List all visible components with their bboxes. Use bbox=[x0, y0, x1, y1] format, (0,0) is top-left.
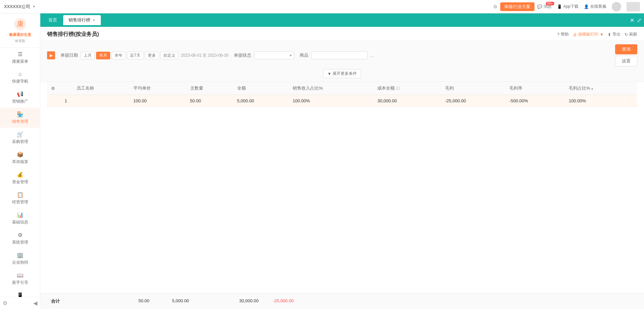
tab-bar: 首页 销售排行榜 ✕ ✕ ⤢ bbox=[40, 13, 644, 27]
export-icon: ⬇ bbox=[608, 32, 611, 37]
company-selector[interactable]: XXXXXX公司 ▼ bbox=[4, 4, 490, 10]
help-button[interactable]: ? 帮助 bbox=[557, 32, 569, 37]
date-btn-more[interactable]: 更多 bbox=[145, 52, 159, 59]
page-title: 销售排行榜(按业务员) bbox=[47, 31, 99, 38]
sidebar-item-basic[interactable]: 📊 基础信息 bbox=[0, 208, 40, 228]
th-cost: 成本全额 ⓘ bbox=[373, 82, 441, 95]
tab-close-window-icon[interactable]: ✕ bbox=[630, 17, 634, 23]
th-quantity: 主数量 bbox=[186, 82, 233, 95]
th-rank bbox=[59, 82, 73, 95]
date-btn-7days[interactable]: 近7天 bbox=[127, 52, 143, 59]
row-amount: 5,000.00 bbox=[233, 95, 289, 107]
tab-sales-rank-label: 销售排行榜 bbox=[69, 17, 90, 23]
goods-dots-icon[interactable]: ... bbox=[370, 53, 374, 58]
logo-sub: 标准版 bbox=[15, 39, 25, 43]
sidebar-label-finance: 资金管理 bbox=[12, 179, 28, 185]
tab-expand-icon[interactable]: ⤢ bbox=[637, 17, 641, 23]
sidebar-item-guide[interactable]: 📖 新手引导 bbox=[0, 269, 40, 289]
user-info bbox=[627, 2, 640, 11]
tab-close-icon[interactable]: ✕ bbox=[92, 18, 95, 22]
sidebar-label-basic: 基础信息 bbox=[12, 219, 28, 225]
sidebar-item-finance[interactable]: 💰 资金管理 bbox=[0, 168, 40, 188]
sidebar-item-search[interactable]: ☰ 搜索菜单 bbox=[0, 48, 40, 68]
company-name-text: XXXXXX公司 bbox=[4, 4, 30, 10]
sidebar-item-operations[interactable]: 📋 经营管理 bbox=[0, 188, 40, 208]
settings-bottom-icon[interactable]: ⚙ bbox=[3, 300, 7, 306]
trial-button[interactable]: 体验行业方案 bbox=[500, 2, 534, 11]
sidebar-item-inventory[interactable]: 📦 库存核算 bbox=[0, 148, 40, 168]
app-download-label: App下载 bbox=[563, 4, 578, 9]
sidebar-item-quicknav[interactable]: ⌂ 快捷导航 bbox=[0, 68, 40, 88]
row-profit-pct: 100.00% bbox=[565, 95, 637, 107]
date-btn-this-year[interactable]: 本年 bbox=[112, 52, 126, 59]
refresh-button[interactable]: ↻ 刷新 bbox=[625, 32, 637, 37]
print-button[interactable]: 🖨 按模板打印 ▼ bbox=[573, 32, 604, 37]
sidebar-label-inventory: 库存核算 bbox=[12, 159, 28, 165]
status-select-wrapper: ▼ bbox=[254, 51, 294, 59]
settings-icon[interactable]: ⚙ bbox=[493, 4, 498, 9]
sidebar-item-enterprise[interactable]: 🏢 企业协同 bbox=[0, 249, 40, 269]
th-settings[interactable]: ⚙ bbox=[47, 82, 59, 95]
print-dropdown-icon: ▼ bbox=[600, 32, 604, 37]
th-profit: 毛利 bbox=[441, 82, 505, 95]
collapse-icon[interactable]: ◀ bbox=[33, 300, 37, 306]
filter-toggle-icon: ▶ bbox=[50, 53, 53, 58]
sidebar-label-search: 搜索菜单 bbox=[12, 59, 28, 64]
th-amount: 全额 bbox=[233, 82, 289, 95]
date-btn-custom[interactable]: 自定义 bbox=[160, 52, 178, 59]
cost-info-icon[interactable]: ⓘ bbox=[396, 86, 400, 90]
tab-sales-rank[interactable]: 销售排行榜 ✕ bbox=[63, 15, 101, 25]
app-download-item[interactable]: 📱 App下载 bbox=[557, 4, 578, 9]
date-btn-last-month[interactable]: 上月 bbox=[81, 52, 95, 59]
purchase-icon: 🛒 bbox=[17, 131, 24, 138]
expand-conditions-button[interactable]: ▼ 展开更多条件 bbox=[323, 69, 361, 78]
service-icon: 👤 bbox=[584, 4, 589, 9]
row-avg-price: 100.00 bbox=[129, 95, 186, 107]
sidebar-label-guide: 新手引导 bbox=[12, 280, 28, 286]
footer-spacer1 bbox=[74, 297, 134, 306]
page-content: 销售排行榜(按业务员) ? 帮助 🖨 按模板打印 ▼ ⬇ 导出 bbox=[40, 27, 644, 309]
basic-icon: 📊 bbox=[17, 212, 24, 218]
filter-toggle-btn[interactable]: ▶ bbox=[47, 51, 55, 59]
avatar[interactable] bbox=[612, 2, 621, 11]
sidebar-label-system: 系统管理 bbox=[12, 240, 28, 245]
sidebar-item-sales[interactable]: 🏪 销售管理 bbox=[0, 108, 40, 128]
guide-icon: 📖 bbox=[17, 272, 24, 278]
help-icon: ? bbox=[557, 32, 559, 37]
footer-amount: 5,000.00 bbox=[168, 297, 202, 306]
sidebar-label-operations: 经营管理 bbox=[12, 199, 28, 205]
tab-home[interactable]: 首页 bbox=[43, 15, 62, 25]
row-cost: 30,000.00 bbox=[373, 95, 441, 107]
filter-goods-group: 商品 ... bbox=[300, 51, 374, 59]
export-button[interactable]: ⬇ 导出 bbox=[608, 32, 620, 37]
filter-settings-button[interactable]: 设置 bbox=[615, 56, 637, 66]
refresh-icon: ↻ bbox=[625, 32, 628, 37]
logo-area: 康 畅康通好生意 标准版 bbox=[0, 13, 40, 48]
online-service-item[interactable]: 👤 在线客服 bbox=[584, 4, 606, 9]
sidebar-item-apps[interactable]: 📱 应用中心 bbox=[0, 289, 40, 297]
finance-icon: 💰 bbox=[17, 171, 24, 178]
expand-conditions-label: 展开更多条件 bbox=[333, 71, 357, 76]
sidebar-item-purchase[interactable]: 🛒 采购管理 bbox=[0, 128, 40, 148]
app-layout: 康 畅康通好生意 标准版 ☰ 搜索菜单 ⌂ 快捷导航 📢 营销推广 🏪 销售管理 bbox=[0, 13, 644, 309]
sidebar-label-marketing: 营销推广 bbox=[12, 99, 28, 104]
row-profit-rate: -500.00% bbox=[505, 95, 565, 107]
search-menu-icon: ☰ bbox=[18, 51, 23, 57]
status-select[interactable] bbox=[254, 51, 294, 59]
filter-row: ▶ 单据日期 上月 本月 本年 近7天 更多 自定义 2023-06-01 至 … bbox=[47, 44, 637, 66]
goods-input[interactable] bbox=[311, 51, 368, 59]
query-button[interactable]: 查询 bbox=[615, 44, 637, 54]
logo-icon: 康 bbox=[13, 17, 27, 31]
row-sales-pct: 100.00% bbox=[289, 95, 373, 107]
message-icon-item[interactable]: 💬 消息 99+ bbox=[537, 4, 552, 9]
date-btn-this-month[interactable]: 本月 bbox=[96, 52, 110, 59]
profit-pct-sort-icon[interactable]: ▴ bbox=[591, 86, 593, 90]
sidebar-item-marketing[interactable]: 📢 营销推广 bbox=[0, 88, 40, 108]
table-footer: 合计 50.00 5,000.00 30,000.00 -25,000.00 bbox=[40, 293, 644, 309]
sidebar-item-system[interactable]: ⚙ 系统管理 bbox=[0, 228, 40, 249]
data-table: ⚙ 员工名称 平均单价 主数量 全额 销售收入占比% 成本全额 ⓘ 毛利 毛利率… bbox=[47, 82, 637, 107]
tab-right-icons: ✕ ⤢ bbox=[630, 17, 641, 23]
th-employee: 员工名称 bbox=[73, 82, 129, 95]
page-header: 销售排行榜(按业务员) ? 帮助 🖨 按模板打印 ▼ ⬇ 导出 bbox=[40, 27, 644, 41]
footer-quantity: 50.00 bbox=[134, 297, 168, 306]
